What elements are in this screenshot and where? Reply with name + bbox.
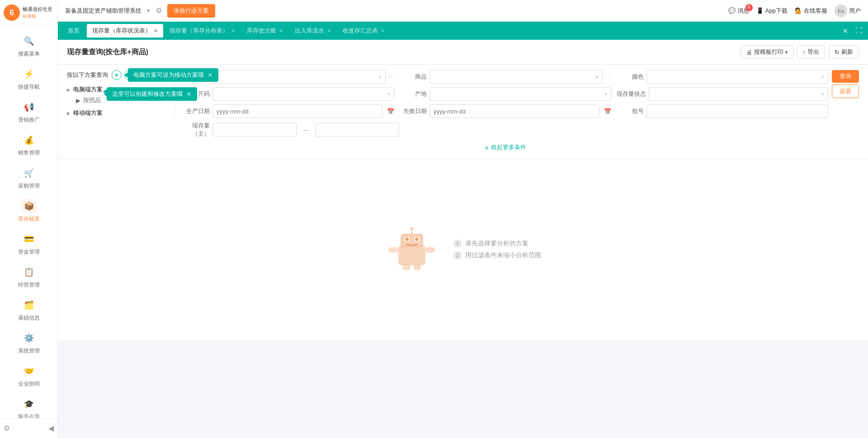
origin-select[interactable]: ▾ xyxy=(429,87,611,101)
header: 装备及固定资产辅助管理系统 ▾ ⚙ 体验行业方案 💬 消息 6 📱 App下载 … xyxy=(58,0,868,22)
scheme-pc-label[interactable]: 电脑端方案 xyxy=(73,85,103,94)
sidebar-item-purchase[interactable]: 🛒 采购管理 xyxy=(0,161,57,194)
tooltip-create-tip: 这里可以创建和修改方案哦 ✕ xyxy=(103,85,197,101)
system-dropdown-icon[interactable]: ▾ xyxy=(147,7,150,14)
refresh-btn[interactable]: ↻ 刷新 xyxy=(829,45,859,59)
svg-point-7 xyxy=(410,227,413,230)
app-download-icon: 📱 xyxy=(756,7,764,14)
sidebar-item-sales[interactable]: 💰 销售管理 xyxy=(0,128,57,161)
filter-field-prod-date: 生产日期 📅 xyxy=(183,104,394,118)
system-icon: ⚙️ xyxy=(22,331,36,345)
trial-btn[interactable]: 体验行业方案 xyxy=(167,4,215,18)
tooltip2-text: 这里可以创建和修改方案哦 xyxy=(112,90,183,98)
svg-rect-8 xyxy=(388,247,398,253)
expire-date-input[interactable] xyxy=(429,104,599,118)
quick-nav-icon: ⚡ xyxy=(22,67,36,81)
tooltip2-close-btn[interactable]: ✕ xyxy=(186,90,192,98)
expire-date-calendar-icon[interactable]: 📅 xyxy=(604,108,611,115)
sidebar-item-guide[interactable]: 🎓 新手引导 xyxy=(0,392,57,418)
filter-field-size: 尺码 ▾ xyxy=(183,87,394,101)
warehouse-more-icon[interactable]: ··· xyxy=(388,73,394,81)
svg-point-5 xyxy=(415,237,419,241)
prod-date-input[interactable] xyxy=(212,104,382,118)
page-header: 现存量查询(按仓库+商品) 🖨 按模板打印 ▾ ↑ 导出 ↻ 刷新 xyxy=(58,40,868,65)
tab-close-batch-account[interactable]: ✕ xyxy=(279,28,283,34)
support-btn[interactable]: 💁 在线客服 xyxy=(795,7,827,15)
sidebar-item-system[interactable]: ⚙️ 系统管理 xyxy=(0,326,57,359)
inventory-icon: 📦 xyxy=(22,199,36,213)
search-btn[interactable]: 查询 xyxy=(832,70,859,83)
goods-more-icon[interactable]: ··· xyxy=(605,73,611,81)
tab-close-collect-report[interactable]: ✕ xyxy=(381,28,385,34)
tab-batch-account[interactable]: 库存批次账 ✕ xyxy=(241,24,288,38)
warehouse-select[interactable]: ▾ xyxy=(212,70,386,84)
filter-row-2: 尺码 ▾ 产地 ▾ xyxy=(183,87,828,101)
tab-fullscreen-icon[interactable]: ⛶ xyxy=(854,25,864,37)
filter-collapse-btn[interactable]: ∧ 收起更多条件 xyxy=(183,140,828,155)
prod-date-calendar-icon[interactable]: 📅 xyxy=(387,108,394,115)
sidebar-nav: 🔍 搜索菜单 ⚡ 快捷导航 📢 营销推广 💰 销售管理 🛒 采购管理 📦 库存核… xyxy=(0,26,57,418)
header-gear-icon[interactable]: ⚙ xyxy=(156,6,162,15)
search-menu-icon: 🔍 xyxy=(22,34,36,48)
tab-inventory-dist[interactable]: 现存量（库存分布表） ✕ xyxy=(164,24,241,38)
content-area: 现存量查询(按仓库+商品) 🖨 按模板打印 ▾ ↑ 导出 ↻ 刷新 xyxy=(58,40,868,438)
page-title: 现存量查询(按仓库+商品) xyxy=(67,47,148,57)
sidebar-item-inventory[interactable]: 📦 库存核算 xyxy=(0,194,57,227)
reset-btn[interactable]: 设置 xyxy=(832,85,859,98)
size-select[interactable]: ▾ xyxy=(212,87,394,101)
filter-panel: 按以下方案查询 + ↻ ← 电脑 xyxy=(58,65,868,159)
tab-in-out-flow[interactable]: 出入库流水 ✕ xyxy=(289,24,336,38)
message-btn[interactable]: 💬 消息 6 xyxy=(728,7,749,15)
sidebar-item-base[interactable]: 🗂️ 基础信息 xyxy=(0,293,57,326)
sidebar-item-corp[interactable]: 🤝 企业协同 xyxy=(0,359,57,392)
sidebar-item-quick-nav[interactable]: ⚡ 快捷导航 xyxy=(0,62,57,95)
tab-close-all-icon[interactable]: ✕ xyxy=(840,25,850,37)
sidebar-item-marketing[interactable]: 📢 营销推广 xyxy=(0,95,57,128)
tooltip1-close-btn[interactable]: ✕ xyxy=(208,71,213,79)
sidebar: 6 畅通道好生意 标准版 🔍 搜索菜单 ⚡ 快捷导航 📢 营销推广 💰 销售管理… xyxy=(0,0,58,438)
message-badge: 6 xyxy=(745,4,753,11)
color-select[interactable]: ▾ xyxy=(646,70,828,84)
tooltip1-text: 电脑方案可设为移动方案哦 xyxy=(133,71,204,79)
goods-select[interactable]: ▾ xyxy=(429,70,603,84)
tab-close-inventory-status[interactable]: ✕ xyxy=(154,28,158,34)
svg-rect-10 xyxy=(403,264,410,270)
filter-field-goods: 商品 ▾ ··· xyxy=(400,70,611,84)
tab-close-inventory-dist[interactable]: ✕ xyxy=(231,28,235,34)
filter-field-expire-date: 失效日期 📅 xyxy=(400,104,611,118)
finance-icon: 💳 xyxy=(22,232,36,246)
stock-status-select[interactable]: ▾ xyxy=(649,87,828,101)
scheme-mobile-label[interactable]: 移动端方案 xyxy=(73,109,103,117)
settings-icon[interactable]: ⚙ xyxy=(4,424,10,433)
app-version: 标准版 xyxy=(23,13,52,19)
user-btn[interactable]: Ea 用户 xyxy=(835,5,861,17)
tab-close-in-out-flow[interactable]: ✕ xyxy=(327,28,331,34)
batch-input[interactable] xyxy=(646,104,828,118)
tab-collect-report[interactable]: 收发存汇总表 ✕ xyxy=(337,24,390,38)
app-name: 畅通道好生意 xyxy=(23,6,52,13)
empty-step1: 请先选择要分析的方案 xyxy=(465,240,528,248)
scheme-pc-item-icon: ▶ xyxy=(76,97,80,104)
main-area: 装备及固定资产辅助管理系统 ▾ ⚙ 体验行业方案 💬 消息 6 📱 App下载 … xyxy=(58,0,868,438)
app-logo-icon: 6 xyxy=(4,5,20,21)
scheme-mobile-group: ▶ 移动端方案 xyxy=(67,109,170,117)
filter-field-stock-status: 现存量状态 ▾ xyxy=(617,87,828,101)
export-icon: ↑ xyxy=(803,49,806,56)
print-btn[interactable]: 🖨 按模板打印 ▾ xyxy=(741,45,793,59)
search-btn-group: 查询 设置 xyxy=(832,70,859,98)
sidebar-item-finance[interactable]: 💳 资金管理 xyxy=(0,227,57,260)
stock-qty-min-input[interactable] xyxy=(212,123,297,137)
stock-qty-max-input[interactable] xyxy=(315,123,399,137)
sidebar-item-ops[interactable]: 📋 经营管理 xyxy=(0,260,57,293)
app-download-btn[interactable]: 📱 App下载 xyxy=(756,7,788,15)
tab-home[interactable]: 首页 xyxy=(61,24,86,38)
export-btn[interactable]: ↑ 导出 xyxy=(797,45,826,59)
scheme-add-btn[interactable]: + xyxy=(112,70,122,80)
scheme-mobile-chevron[interactable]: ▶ xyxy=(67,111,71,116)
scheme-pc-chevron[interactable]: ▶ xyxy=(67,87,71,92)
user-avatar: Ea xyxy=(835,5,847,17)
sidebar-bottom: ⚙ ◀ xyxy=(0,418,57,438)
collapse-sidebar-icon[interactable]: ◀ xyxy=(48,424,54,433)
tab-inventory-status[interactable]: 现存量（库存状况表） ✕ xyxy=(87,24,163,38)
sidebar-item-search-menu[interactable]: 🔍 搜索菜单 xyxy=(0,29,57,62)
